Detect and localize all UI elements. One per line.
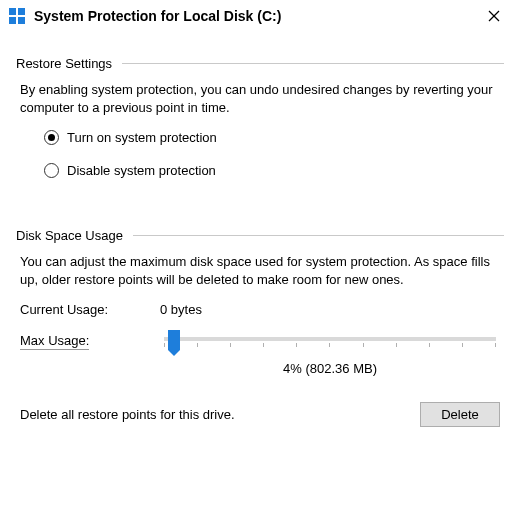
radio-turn-on-label: Turn on system protection [67,130,217,145]
radio-disable[interactable]: Disable system protection [44,163,504,178]
dialog-content: Restore Settings By enabling system prot… [0,32,520,427]
radio-turn-on[interactable]: Turn on system protection [44,130,504,145]
window-title: System Protection for Local Disk (C:) [34,8,474,24]
delete-button[interactable]: Delete [420,402,500,427]
close-button[interactable] [474,2,514,30]
max-usage-slider[interactable]: 4% (802.36 MB) [160,331,500,376]
delete-description: Delete all restore points for this drive… [20,407,420,422]
radio-disable-label: Disable system protection [67,163,216,178]
slider-track [164,337,496,341]
divider [133,235,504,236]
app-icon [8,7,26,25]
restore-section-label: Restore Settings [16,56,122,71]
radio-indicator [44,130,59,145]
disk-section-header: Disk Space Usage [16,228,504,243]
title-bar: System Protection for Local Disk (C:) [0,0,520,32]
max-usage-label: Max Usage: [20,331,160,350]
delete-row: Delete all restore points for this drive… [20,402,500,427]
max-usage-row: Max Usage: 4% (802.36 MB) [20,331,500,376]
disk-description: You can adjust the maximum disk space us… [20,253,500,288]
restore-section-header: Restore Settings [16,56,504,71]
current-usage-label: Current Usage: [20,302,160,317]
divider [122,63,504,64]
disk-section-label: Disk Space Usage [16,228,133,243]
restore-radio-group: Turn on system protection Disable system… [44,130,504,178]
current-usage-value: 0 bytes [160,302,202,317]
slider-ticks [164,343,496,351]
slider-value: 4% (802.36 MB) [160,361,500,376]
current-usage-row: Current Usage: 0 bytes [20,302,500,317]
close-icon [488,10,500,22]
radio-selected-dot [48,134,55,141]
radio-indicator [44,163,59,178]
restore-description: By enabling system protection, you can u… [20,81,500,116]
